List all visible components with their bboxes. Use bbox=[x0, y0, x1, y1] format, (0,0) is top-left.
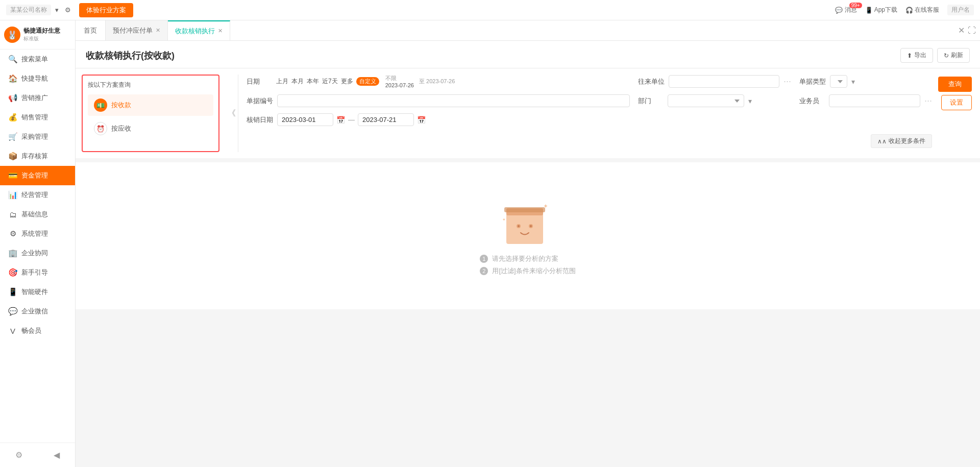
filter-scheme-title: 按以下方案查询 bbox=[88, 81, 213, 89]
dept-select[interactable] bbox=[668, 94, 744, 107]
app-download-button[interactable]: 📱 App下载 bbox=[865, 6, 897, 14]
tab-collection-close[interactable]: ✕ bbox=[218, 28, 223, 34]
tab-bar-actions: ✕ ⛶ bbox=[958, 26, 980, 35]
voucher-no-label: 单据编号 bbox=[247, 96, 273, 106]
sidebar-item-marketing[interactable]: 📢 营销推广 bbox=[0, 88, 75, 108]
tab-prepay-close[interactable]: ✕ bbox=[156, 27, 160, 34]
sidebar-logo: 🐰 畅捷通好生意 标准版 bbox=[0, 20, 75, 50]
chevron-left-icon: 《 bbox=[228, 108, 236, 119]
verify-date-start-calendar-icon[interactable]: 📅 bbox=[336, 116, 345, 124]
filter-section: 按以下方案查询 💵 按收款 ⏰ 按应收 《 bbox=[76, 68, 980, 158]
partner-input[interactable] bbox=[669, 75, 779, 88]
page-title: 收款核销执行(按收款) bbox=[86, 50, 175, 62]
sidebar-item-sales[interactable]: 💰 销售管理 bbox=[0, 108, 75, 127]
tab-home[interactable]: 首页 bbox=[76, 20, 106, 40]
partner-label: 往来单位 bbox=[638, 77, 665, 86]
sidebar-item-system[interactable]: ⚙ 系统管理 bbox=[0, 224, 75, 243]
staff-input[interactable] bbox=[829, 94, 920, 107]
date-opt-7days[interactable]: 近7天 bbox=[322, 77, 338, 86]
top-bar: 某某公司名称 ▾ ⚙ 体验行业方案 💬 消息 99+ 📱 App下载 🎧 在线客… bbox=[0, 0, 980, 20]
filter-date-field: 日期 上月 本月 本年 近7天 更多 自定义 bbox=[247, 75, 630, 88]
verify-date-end-input[interactable] bbox=[358, 113, 414, 126]
receivable-icon: ⏰ bbox=[94, 122, 107, 135]
empty-illustration: ✦ ✦ bbox=[497, 193, 558, 244]
date-opt-this-month[interactable]: 本月 bbox=[291, 77, 304, 86]
filter-option-by-receipt-label: 按收款 bbox=[111, 101, 131, 110]
sidebar-item-purchase[interactable]: 🛒 采购管理 bbox=[0, 127, 75, 146]
corp-icon: 🏢 bbox=[8, 249, 17, 258]
svg-rect-2 bbox=[504, 207, 545, 212]
date-opt-more[interactable]: 更多 bbox=[341, 77, 353, 86]
verify-date-end-calendar-icon[interactable]: 📅 bbox=[417, 116, 426, 124]
inventory-icon: 📦 bbox=[8, 152, 17, 161]
filter-option-by-receivable-label: 按应收 bbox=[111, 124, 131, 133]
date-opt-custom[interactable]: 自定义 bbox=[356, 77, 379, 86]
svg-rect-0 bbox=[506, 213, 543, 244]
collapse-more-button[interactable]: ∧∧ 收起更多条件 bbox=[871, 134, 932, 148]
export-button[interactable]: ⬆ 导出 bbox=[900, 48, 933, 63]
sidebar-item-wechat[interactable]: 💬 企业微信 bbox=[0, 302, 75, 321]
svg-point-5 bbox=[518, 225, 520, 227]
sidebar-collapse-button[interactable]: ◀ bbox=[50, 448, 64, 462]
guide-icon: 🎯 bbox=[8, 268, 17, 277]
tab-collection[interactable]: 收款核销执行 ✕ bbox=[168, 20, 230, 40]
member-icon: V bbox=[8, 327, 17, 335]
sidebar-item-member[interactable]: V 畅会员 bbox=[0, 321, 75, 340]
sidebar-item-inventory[interactable]: 📦 库存核算 bbox=[0, 146, 75, 166]
sidebar-item-guide[interactable]: 🎯 新手引导 bbox=[0, 263, 75, 282]
sidebar-item-hardware[interactable]: 📱 智能硬件 bbox=[0, 282, 75, 302]
dept-label: 部门 bbox=[638, 96, 664, 106]
sidebar-item-base[interactable]: 🗂 基础信息 bbox=[0, 205, 75, 224]
sidebar-bottom: ⚙ ◀ bbox=[0, 443, 75, 467]
filter-fields: 日期 上月 本月 本年 近7天 更多 自定义 bbox=[238, 68, 980, 158]
filter-option-by-receipt[interactable]: 💵 按收款 bbox=[88, 94, 213, 116]
user-info[interactable]: 用户名 bbox=[947, 5, 974, 15]
filter-partner-field: 往来单位 ··· bbox=[638, 75, 791, 88]
content-area: 首页 预付冲应付单 ✕ 收款核销执行 ✕ ✕ ⛶ 收款核销执行(按收款) bbox=[76, 20, 980, 467]
voucher-type-chevron-icon: ▾ bbox=[851, 78, 855, 86]
date-options: 上月 本月 本年 近7天 更多 自定义 bbox=[276, 77, 379, 86]
receipt-icon: 💵 bbox=[94, 99, 107, 112]
refresh-button[interactable]: ↻ 刷新 bbox=[937, 48, 970, 63]
filter-option-by-receivable[interactable]: ⏰ 按应收 bbox=[88, 118, 213, 139]
voucher-type-select[interactable] bbox=[830, 75, 847, 88]
company-name: 某某公司名称 bbox=[6, 5, 51, 15]
company-dropdown-icon[interactable]: ▾ bbox=[55, 6, 59, 14]
message-button[interactable]: 💬 消息 99+ bbox=[835, 6, 857, 14]
verify-date-label: 核销日期 bbox=[247, 115, 273, 125]
setting-button[interactable]: 设置 bbox=[941, 95, 972, 110]
industry-solution-button[interactable]: 体验行业方案 bbox=[79, 3, 133, 17]
sidebar-item-finance[interactable]: 💳 资金管理 bbox=[0, 166, 75, 185]
verify-date-start-input[interactable] bbox=[277, 113, 333, 126]
app-icon: 📱 bbox=[865, 7, 873, 14]
query-button[interactable]: 查询 bbox=[938, 77, 972, 92]
partner-dots-icon[interactable]: ··· bbox=[783, 76, 791, 87]
filter-collapse-toggle[interactable]: 《 bbox=[226, 68, 238, 158]
date-opt-this-year[interactable]: 本年 bbox=[307, 77, 319, 86]
voucher-type-label: 单据类型 bbox=[799, 77, 826, 86]
sidebar-item-operation[interactable]: 📊 经营管理 bbox=[0, 185, 75, 205]
verify-date-separator: — bbox=[348, 116, 355, 124]
filter-staff-field: 业务员 ··· bbox=[799, 94, 932, 107]
staff-dots-icon[interactable]: ··· bbox=[924, 95, 932, 106]
page-content: 收款核销执行(按收款) ⬆ 导出 ↻ 刷新 按以下方案查询 bbox=[76, 41, 980, 467]
tab-close-all-button[interactable]: ✕ bbox=[958, 26, 965, 35]
sidebar-item-search[interactable]: 🔍 搜索菜单 bbox=[0, 50, 75, 69]
hardware-icon: 📱 bbox=[8, 287, 17, 297]
base-icon: 🗂 bbox=[8, 210, 17, 219]
filter-row-3: 核销日期 📅 — 📅 bbox=[247, 113, 932, 126]
filter-voucher-no-field: 单据编号 bbox=[247, 94, 630, 107]
online-service-button[interactable]: 🎧 在线客服 bbox=[905, 6, 939, 14]
settings-icon[interactable]: ⚙ bbox=[65, 6, 71, 14]
date-opt-last-month[interactable]: 上月 bbox=[276, 77, 288, 86]
logo-text: 畅捷通好生意 标准版 bbox=[23, 27, 60, 42]
filter-row-2: 单据编号 部门 ▾ bbox=[247, 94, 932, 107]
sidebar-settings-button[interactable]: ⚙ bbox=[11, 448, 27, 462]
sidebar-item-corp[interactable]: 🏢 企业协同 bbox=[0, 243, 75, 263]
voucher-no-input[interactable] bbox=[277, 94, 630, 107]
message-icon: 💬 bbox=[835, 7, 843, 14]
tab-prepay[interactable]: 预付冲应付单 ✕ bbox=[106, 20, 168, 40]
tab-maximize-button[interactable]: ⛶ bbox=[968, 26, 976, 35]
sidebar-item-quick-nav[interactable]: 🏠 快捷导航 bbox=[0, 69, 75, 88]
wechat-icon: 💬 bbox=[8, 307, 17, 316]
